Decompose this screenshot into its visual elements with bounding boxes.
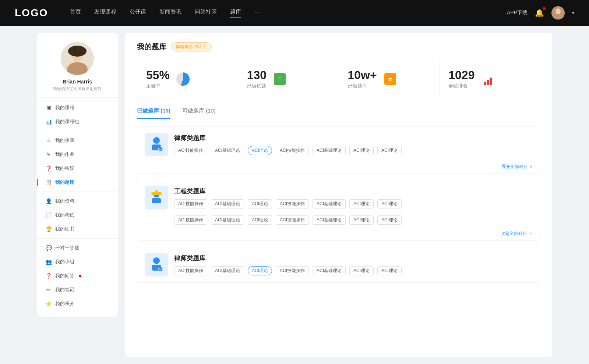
sidebar-item-tutor[interactable]: 💬 一对一答疑 bbox=[37, 241, 118, 255]
svg-text:✓: ✓ bbox=[159, 268, 162, 271]
sidebar-item-exam[interactable]: 📄 我的考试 bbox=[37, 208, 118, 222]
homework-icon: ✎ bbox=[46, 151, 52, 157]
bank-tag[interactable]: ACI理论 bbox=[377, 215, 402, 225]
sidebar-item-course[interactable]: ▣ 我的课程 bbox=[37, 101, 118, 115]
app-download-button[interactable]: APP下载 bbox=[507, 10, 528, 16]
navbar: LOGO 首页 发现课程 公开课 新闻资讯 问答社区 题库 ··· APP下载 … bbox=[0, 0, 589, 26]
sidebar: Brian Harris 错误的决定比没有决定要好 ▣ 我的课程 📊 我的课程包… bbox=[37, 33, 118, 317]
sidebar-item-bank[interactable]: 📋 我的题库 bbox=[37, 175, 118, 189]
bank-tag[interactable]: ACI理论 bbox=[349, 146, 374, 155]
pie-chart bbox=[176, 72, 190, 86]
stat-done-label: 已做试题 bbox=[247, 83, 267, 89]
sidebar-item-group[interactable]: 👥 我的小组 bbox=[37, 255, 118, 269]
nav-news[interactable]: 新闻资讯 bbox=[159, 8, 181, 18]
done-banks-icon: ≣ bbox=[383, 72, 398, 86]
nav-more[interactable]: ··· bbox=[254, 8, 259, 18]
bank-tag[interactable]: ACI理论 bbox=[349, 266, 374, 275]
page-layout: Brian Harris 错误的决定比没有决定要好 ▣ 我的课程 📊 我的课程包… bbox=[37, 26, 552, 364]
bank-card-1-title: 律师类题库 bbox=[174, 134, 533, 142]
bank-tag[interactable]: ACI基础理论 bbox=[313, 215, 346, 225]
bank-tag[interactable]: ACI技能操作 bbox=[174, 215, 207, 225]
nav-discover[interactable]: 发现课程 bbox=[94, 8, 116, 18]
question-icon: ❓ bbox=[46, 165, 52, 171]
sidebar-item-my-qa[interactable]: ❓ 我的问答 bbox=[37, 269, 118, 283]
bank-tag[interactable]: ACI基础理论 bbox=[313, 199, 346, 208]
bar3 bbox=[490, 78, 492, 85]
sidebar-motto: 错误的决定比没有决定要好 bbox=[47, 86, 107, 92]
bank-tag[interactable]: ACI理论 bbox=[349, 215, 374, 225]
tab-available[interactable]: 可做题库 (10) bbox=[182, 107, 216, 119]
bank-tag[interactable]: ACI理论 bbox=[248, 215, 272, 225]
stat-banks-value: 10w+ bbox=[348, 68, 377, 82]
sidebar-item-cert[interactable]: 🏆 我的证书 bbox=[37, 222, 118, 236]
bank-tag[interactable]: ACI基础理论 bbox=[211, 199, 244, 208]
bank-tag[interactable]: ACI技能操作 bbox=[174, 199, 207, 208]
sidebar-item-homework[interactable]: ✎ 我的作业 bbox=[37, 147, 118, 161]
sidebar-item-label: 我的课程 bbox=[55, 104, 74, 111]
sidebar-menu: ▣ 我的课程 📊 我的课程包... ☆ 我的收藏 ✎ 我的作业 ❓ 我的答疑 📋 bbox=[37, 101, 118, 311]
sidebar-item-label: 我的答疑 bbox=[55, 165, 74, 172]
sidebar-item-profile[interactable]: 👤 我的资料 bbox=[37, 194, 118, 208]
bank-tag[interactable]: ACI理论 bbox=[377, 146, 402, 155]
bank-card-2-collapse[interactable]: 收起全部科目 △ bbox=[137, 229, 540, 240]
bank-tag[interactable]: ACI理论 bbox=[377, 266, 402, 275]
user-chevron-icon[interactable]: ▾ bbox=[572, 10, 574, 15]
bank-tag[interactable]: ACI技能操作 bbox=[276, 199, 309, 208]
bank-card-1-expand[interactable]: 展开全部科目 ∨ bbox=[137, 162, 540, 174]
nav-bank[interactable]: 题库 bbox=[230, 8, 241, 18]
avatar[interactable] bbox=[551, 6, 565, 19]
lawyer-icon: ✓ bbox=[145, 133, 168, 156]
bank-tag[interactable]: ACI技能操作 bbox=[276, 266, 309, 275]
bank-tag[interactable]: ACI理论 bbox=[377, 199, 402, 208]
bank-tag[interactable]: ACI基础理论 bbox=[313, 146, 346, 155]
sidebar-avatar bbox=[61, 42, 94, 75]
navbar-right: APP下载 🔔 ▾ bbox=[507, 6, 574, 19]
course-icon: ▣ bbox=[46, 105, 52, 111]
bank-tag[interactable]: ACI基础理论 bbox=[211, 146, 244, 155]
bank-tag[interactable]: ACI技能操作 bbox=[276, 146, 309, 155]
bank-tag[interactable]: ACI技能操作 bbox=[174, 266, 207, 275]
stat-banks-label: 已做题库 bbox=[348, 83, 377, 89]
bell-icon: 🔔 bbox=[535, 9, 544, 17]
sidebar-item-points[interactable]: ⭐ 我的积分 bbox=[37, 297, 118, 311]
bank-tag[interactable]: ACI基础理论 bbox=[211, 266, 244, 275]
sidebar-item-label: 我的收藏 bbox=[55, 137, 74, 144]
tab-done[interactable]: 已做题库 (10) bbox=[137, 107, 170, 119]
bank-card-2-info: 工程类题库 ACI技能操作 ACI基础理论 ACI理论 ACI技能操作 ACI基… bbox=[174, 187, 533, 208]
trial-badge[interactable]: 体验剩余23天！ bbox=[171, 42, 212, 51]
page-header: 我的题库 体验剩余23天！ bbox=[137, 42, 540, 52]
bar1 bbox=[484, 82, 486, 85]
bank-card-1-tags: ACI技能操作 ACI基础理论 ACI理论 ACI技能操作 ACI基础理论 AC… bbox=[174, 146, 533, 155]
done-questions-icon: ≡ bbox=[272, 72, 287, 86]
bank-tag[interactable]: ACI基础理论 bbox=[211, 215, 244, 225]
bank-tag-active[interactable]: ACI理论 bbox=[248, 146, 272, 155]
bank-tag-active[interactable]: ACI理论 bbox=[248, 266, 272, 275]
page-title: 我的题库 bbox=[137, 42, 166, 52]
nav-qa[interactable]: 问答社区 bbox=[195, 8, 217, 18]
bank-tag[interactable]: ACI技能操作 bbox=[276, 215, 309, 225]
bank-card-3-header: ✓ 律师类题库 ACI技能操作 ACI基础理论 ACI理论 ACI技能操作 AC… bbox=[137, 247, 540, 282]
bank-tag[interactable]: ACI理论 bbox=[349, 199, 374, 208]
sidebar-item-package[interactable]: 📊 我的课程包... bbox=[37, 115, 118, 129]
group-icon: 👥 bbox=[46, 259, 52, 265]
stats-row: 55% 正确率 130 已做试题 ≡ 10w+ 已做题库 bbox=[137, 61, 540, 97]
sidebar-item-label: 我的题库 bbox=[55, 179, 74, 186]
stat-done-questions: 130 已做试题 ≡ bbox=[238, 61, 339, 97]
sidebar-item-label: 我的考试 bbox=[55, 212, 74, 218]
notification-bell[interactable]: 🔔 bbox=[535, 8, 544, 17]
svg-text:✓: ✓ bbox=[159, 147, 162, 151]
sidebar-item-label: 我的小组 bbox=[55, 258, 74, 265]
bank-tag[interactable]: ACI理论 bbox=[248, 199, 272, 208]
engineer-icon bbox=[145, 186, 168, 210]
nav-open[interactable]: 公开课 bbox=[130, 8, 146, 18]
sidebar-item-favorites[interactable]: ☆ 我的收藏 bbox=[37, 133, 118, 147]
main-content: 我的题库 体验剩余23天！ 55% 正确率 130 已做试题 ≡ bbox=[125, 33, 552, 357]
sidebar-item-notes[interactable]: ✏ 我的笔记 bbox=[37, 283, 118, 297]
nav-home[interactable]: 首页 bbox=[70, 8, 81, 18]
sidebar-item-label: 我的笔记 bbox=[55, 286, 74, 293]
tabs-row: 已做题库 (10) 可做题库 (10) bbox=[137, 107, 540, 119]
bank-tag[interactable]: ACI基础理论 bbox=[313, 266, 346, 275]
sidebar-item-questions[interactable]: ❓ 我的答疑 bbox=[37, 161, 118, 175]
logo[interactable]: LOGO bbox=[15, 7, 48, 19]
bank-tag[interactable]: ACI技能操作 bbox=[174, 146, 207, 155]
